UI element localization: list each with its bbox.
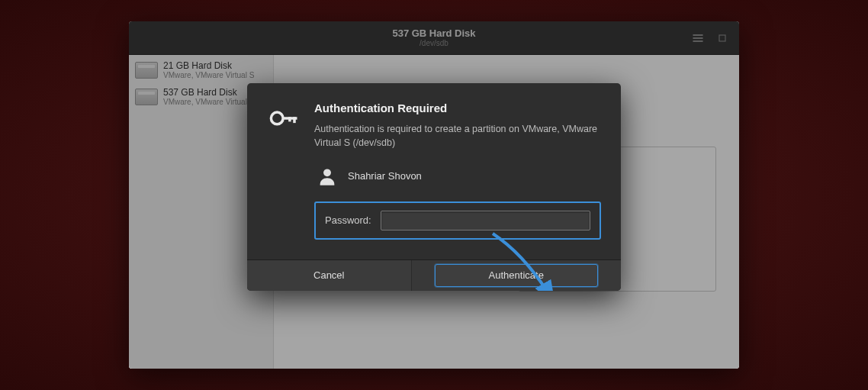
authenticate-button[interactable]: Authenticate bbox=[435, 264, 599, 287]
avatar-icon bbox=[316, 165, 339, 188]
svg-point-1 bbox=[271, 112, 283, 124]
svg-rect-4 bbox=[288, 117, 291, 121]
password-input[interactable] bbox=[381, 211, 590, 230]
password-label: Password: bbox=[325, 214, 371, 226]
password-row: Password: bbox=[314, 201, 601, 240]
disks-app-window: 537 GB Hard Disk /dev/sdb 21 GB Hard Dis… bbox=[129, 21, 739, 369]
svg-rect-3 bbox=[293, 117, 296, 123]
user-row: Shahriar Shovon bbox=[314, 165, 601, 188]
authentication-dialog: Authentication Required Authentication i… bbox=[247, 82, 621, 290]
cancel-button[interactable]: Cancel bbox=[247, 260, 412, 291]
dialog-title: Authentication Required bbox=[314, 101, 601, 114]
dialog-actions: Cancel Authenticate bbox=[247, 259, 621, 291]
dialog-message: Authentication is required to create a p… bbox=[314, 121, 601, 149]
key-icon bbox=[267, 101, 301, 134]
svg-point-5 bbox=[323, 169, 331, 176]
user-name: Shahriar Shovon bbox=[348, 170, 422, 182]
